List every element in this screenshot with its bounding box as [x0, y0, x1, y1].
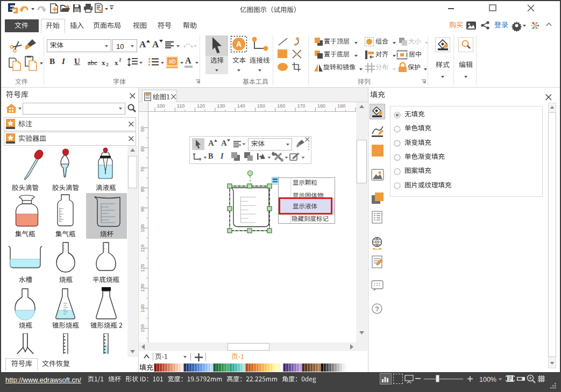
svg-text:ab: ab [168, 58, 176, 65]
svg-text:A: A [236, 40, 242, 48]
svg-text:?: ? [375, 305, 379, 313]
